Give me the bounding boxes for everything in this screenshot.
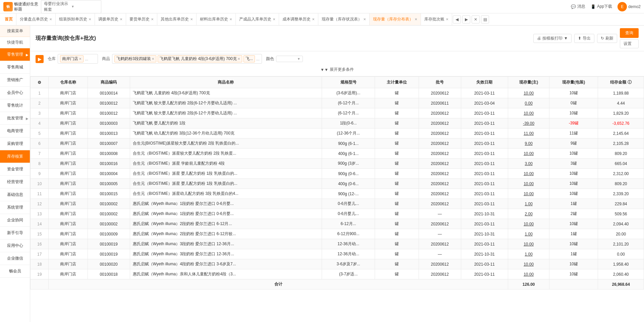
cell-qty-main[interactable]: 9.00 bbox=[508, 139, 549, 149]
cell-spec: 6-12月900... bbox=[322, 229, 375, 239]
sidebar-item-ops-mgmt[interactable]: 经营管理 bbox=[0, 176, 30, 189]
cell-unit: 罐 bbox=[375, 88, 419, 98]
sidebar-item-system-mgmt[interactable]: 系统管理 bbox=[0, 201, 30, 214]
sidebar-item-basic-info[interactable]: 基础信息 bbox=[0, 189, 30, 201]
tab-inventory-dist[interactable]: 现存量（库存分布表） ✕ bbox=[370, 13, 421, 25]
tab-close-icon[interactable]: ✕ bbox=[49, 17, 52, 21]
tab-other-outbound[interactable]: 其他出库单历史 ✕ bbox=[157, 13, 197, 25]
tab-close-icon[interactable]: ✕ bbox=[363, 17, 366, 21]
tab-close-icon[interactable]: ✕ bbox=[446, 17, 448, 21]
tab-home[interactable]: 首页 bbox=[1, 13, 16, 25]
cell-expire: 2021-10-31 bbox=[461, 249, 508, 259]
cell-qty-main[interactable]: 10.00 bbox=[508, 189, 549, 199]
sidebar-item-ecommerce[interactable]: 电商管理 bbox=[0, 125, 30, 138]
cell-qty-main[interactable]: 10.00 bbox=[508, 108, 549, 118]
remove-warehouse-tag[interactable]: ✕ bbox=[79, 57, 82, 61]
sidebar-quick-nav[interactable]: 快捷导航 bbox=[0, 37, 30, 48]
tab-close-icon[interactable]: ✕ bbox=[229, 17, 232, 21]
tab-menu-button[interactable]: ▤ bbox=[481, 15, 489, 23]
tab-dismantle-record[interactable]: 组装拆卸单历史 ✕ bbox=[56, 13, 95, 25]
app-download-button[interactable]: 📱 App下载 bbox=[591, 4, 612, 9]
tab-next-button[interactable]: ▶ bbox=[462, 15, 470, 23]
cell-code: 00100004 bbox=[88, 169, 130, 179]
sidebar-item-finance-mgmt[interactable]: 资金管理 bbox=[0, 163, 30, 176]
warehouse-filter-tags[interactable]: 南岸门店 ✕ ... bbox=[58, 54, 98, 64]
sidebar-item-retail-mall[interactable]: 零售商城 bbox=[0, 61, 30, 74]
cell-qty-main[interactable]: 0.00 bbox=[508, 98, 549, 108]
query-button[interactable]: 查询 bbox=[620, 28, 639, 38]
sidebar-item-enterprise-wechat[interactable]: 企业微信 bbox=[0, 252, 30, 265]
remove-product-tag-2[interactable]: ✕ bbox=[237, 57, 240, 61]
message-button[interactable]: 💬 消息 bbox=[571, 4, 585, 9]
cell-qty-main[interactable]: 10.00 bbox=[508, 179, 549, 189]
cell-qty-main[interactable]: 1.00 bbox=[508, 249, 549, 259]
filter-more-icon[interactable]: ... bbox=[85, 57, 88, 61]
sidebar-item-inventory-check[interactable]: 库存核算 bbox=[0, 150, 30, 163]
cell-qty-main[interactable]: 10.00 bbox=[508, 88, 549, 98]
col-batch: 批号 bbox=[419, 77, 461, 88]
table-row: 13南岸门店00100002惠氏启赋（Wyeth illuma）1段奶粉 爱尔兰… bbox=[31, 209, 644, 219]
cell-row-num: 13 bbox=[31, 209, 49, 219]
sidebar-item-marketing[interactable]: 营销推广 bbox=[0, 74, 30, 87]
cell-qty-main[interactable]: 3.00 bbox=[508, 159, 549, 169]
cell-qty-main[interactable]: 1.00 bbox=[508, 229, 549, 239]
product-filter-tags[interactable]: 飞鹤奶粉3段四罐装 ✕ 飞鹤星飞帆 儿童奶粉 4段(3-6岁适用) 700克 ✕… bbox=[112, 54, 262, 64]
sidebar-item-new-guide[interactable]: 新手引导 bbox=[0, 227, 30, 239]
refresh-button[interactable]: ↻ 刷新 bbox=[597, 34, 617, 43]
warehouse-select[interactable]: 母婴行业演示账套 ▼ bbox=[41, 0, 101, 13]
tab-close-icon[interactable]: ✕ bbox=[89, 17, 91, 21]
cell-code: 00100015 bbox=[88, 189, 130, 199]
tab-inventory-status[interactable]: 现存量（库存状况表） ✕ bbox=[318, 13, 370, 25]
export-button[interactable]: ⬆ 导出 bbox=[574, 34, 594, 43]
cell-qty-main[interactable]: 10.00 bbox=[508, 269, 549, 279]
sidebar-item-retail-stats[interactable]: 零售统计 bbox=[0, 99, 30, 112]
tab-batch-record[interactable]: 库存批次账 ✕ bbox=[421, 13, 452, 25]
cell-qty-main[interactable]: 10.00 bbox=[508, 239, 549, 249]
cell-qty-main[interactable]: 2.00 bbox=[508, 209, 549, 219]
sidebar-item-purchase-mgmt[interactable]: 采购管理 bbox=[0, 138, 30, 150]
tab-close-icon[interactable]: ✕ bbox=[190, 17, 193, 21]
expand-conditions-button[interactable]: ▼▼ 展开更多条件 bbox=[318, 66, 357, 73]
cell-qty-main[interactable]: 10.00 bbox=[508, 259, 549, 269]
cell-warehouse: 南岸门店 bbox=[49, 169, 88, 179]
cell-unit: 罐 bbox=[375, 199, 419, 209]
print-button[interactable]: 🖨 按模板打印 ▼ bbox=[533, 34, 572, 43]
tab-close-icon[interactable]: ✕ bbox=[151, 17, 154, 21]
col-settings[interactable]: ⚙ bbox=[31, 77, 49, 88]
cell-qty-main[interactable]: 1.00 bbox=[508, 199, 549, 209]
product-filter-label: 商品 bbox=[102, 56, 110, 62]
cell-qty-main[interactable]: -39.00 bbox=[508, 118, 549, 128]
sidebar-item-member-center[interactable]: 会员中心 bbox=[0, 87, 30, 99]
color-filter-input[interactable]: ▼ bbox=[276, 56, 303, 62]
col-code: 商品编码 bbox=[88, 77, 130, 88]
tab-product-inbound[interactable]: 产成品入库单历史 ✕ bbox=[236, 13, 279, 25]
tab-cost-adjust[interactable]: 成本调整单历史 ✕ bbox=[279, 13, 318, 25]
cell-qty-main[interactable]: 10.00 bbox=[508, 219, 549, 229]
tab-close-icon[interactable]: ✕ bbox=[415, 17, 417, 21]
sidebar-item-retail-mgmt[interactable]: 零售管理 ▶ bbox=[0, 48, 30, 61]
tab-close-icon[interactable]: ✕ bbox=[120, 17, 122, 21]
cell-qty-main[interactable]: 11.00 bbox=[508, 128, 549, 139]
cell-qty-main[interactable]: 10.00 bbox=[508, 169, 549, 179]
tab-dispatch-record[interactable]: 调拨单历史 ✕ bbox=[95, 13, 126, 25]
cell-amount: 2,339.20 bbox=[598, 189, 644, 199]
tab-close-icon[interactable]: ✕ bbox=[312, 17, 315, 21]
sidebar-item-member-club[interactable]: 畅会员 bbox=[0, 265, 30, 278]
tab-requisition-record[interactable]: 要货单历史 ✕ bbox=[126, 13, 157, 25]
sidebar-search[interactable]: 搜索菜单 bbox=[0, 25, 30, 37]
sidebar-item-enterprise-coop[interactable]: 企业协同 bbox=[0, 214, 30, 227]
tab-material-outbound[interactable]: 材料出库单历史 ✕ bbox=[197, 13, 236, 25]
tab-prev-button[interactable]: ◀ bbox=[453, 15, 461, 23]
cell-row-num: 5 bbox=[31, 128, 49, 139]
settings-button[interactable]: 设置 bbox=[620, 39, 639, 48]
user-avatar[interactable]: E demo2 bbox=[618, 2, 641, 11]
cell-qty-main[interactable]: 10.00 bbox=[508, 149, 549, 159]
tab-split-record[interactable]: 分量盘点单历史 ✕ bbox=[16, 13, 56, 25]
remove-product-tag-1[interactable]: ✕ bbox=[152, 57, 154, 61]
sidebar-item-wholesale-mgmt[interactable]: 批发管理 ▶ bbox=[0, 112, 30, 125]
expand-filter-icon[interactable]: ▶ bbox=[36, 55, 44, 63]
tab-close-icon[interactable]: ✕ bbox=[273, 17, 275, 21]
tab-close-all-button[interactable]: ✕ bbox=[472, 15, 480, 23]
sidebar-item-app-center[interactable]: 应用中心 bbox=[0, 239, 30, 252]
filter-more-products-icon[interactable]: ... bbox=[256, 57, 260, 61]
